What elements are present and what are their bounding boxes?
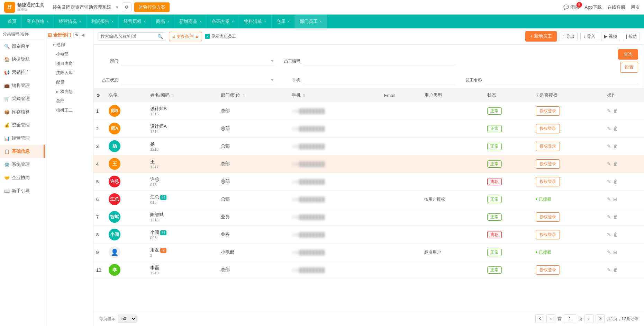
delete-button[interactable]: ⊟ <box>613 249 617 255</box>
col-dept[interactable]: 部门/职位 ⇅ <box>218 89 289 102</box>
page-number-input[interactable] <box>564 314 576 323</box>
auth-login-button[interactable]: 授权登录 <box>536 177 560 186</box>
user-menu[interactable]: 用友 <box>631 4 640 10</box>
status-select[interactable]: ▼ <box>121 76 274 84</box>
sidebar-item-system[interactable]: ⚙️系统管理 <box>0 158 45 171</box>
tab-department[interactable]: 部门员工 × <box>295 15 327 28</box>
close-operations-icon[interactable]: × <box>79 19 81 24</box>
more-conditions-button[interactable]: ⊿ 更多条件 ▲ <box>169 32 202 41</box>
auth-login-button[interactable]: 授权登录 <box>536 106 560 116</box>
dept-node-zongbu[interactable]: 总部 <box>49 96 93 106</box>
edit-button[interactable]: ✎ <box>607 179 611 184</box>
tab-goods[interactable]: 商品 × <box>151 15 174 28</box>
close-warehouse-icon[interactable]: × <box>288 19 290 24</box>
phone-input[interactable] <box>303 76 456 84</box>
close-profit-icon[interactable]: × <box>111 19 114 24</box>
sidebar-item-basic[interactable]: 📋基础信息 <box>0 145 45 158</box>
app-download-button[interactable]: App下载 <box>585 4 602 10</box>
import-button[interactable]: ↓ 导入 <box>580 32 598 41</box>
auth-login-button[interactable]: 授权登录 <box>536 159 560 169</box>
sidebar-item-purchase[interactable]: 🛒采购管理 <box>0 92 45 105</box>
sidebar-item-business[interactable]: 📊经营管理 <box>0 132 45 145</box>
edit-button[interactable]: ✎ <box>607 267 611 273</box>
dept-node-xiaodian[interactable]: 小电部 <box>49 50 93 59</box>
auth-login-button[interactable]: 授权登录 <box>536 124 560 133</box>
close-bom-icon[interactable]: × <box>264 19 266 24</box>
video-button[interactable]: ▶ 视频 <box>601 32 620 41</box>
export-button[interactable]: ↑ 导出 <box>560 32 578 41</box>
dept-select[interactable]: ▼ <box>121 57 274 65</box>
col-name[interactable]: 姓名/编码 ⇅ <box>147 89 218 102</box>
help-button[interactable]: | 帮助 <box>623 32 640 41</box>
sidebar-item-finance[interactable]: 💰资金管理 <box>0 118 45 132</box>
delete-button[interactable]: 🗑 <box>613 126 618 131</box>
sidebar-item-quicknav[interactable]: 🏠快捷导航 <box>0 53 45 66</box>
delete-button[interactable]: 🗑 <box>613 267 618 273</box>
sidebar-item-inventory[interactable]: 📦库存核算 <box>0 105 45 118</box>
dept-node-peihuo[interactable]: 配货 <box>49 78 93 87</box>
reset-button[interactable]: 设置 <box>620 62 638 73</box>
close-new-goods-icon[interactable]: × <box>199 19 201 24</box>
first-page-button[interactable]: K <box>535 314 544 323</box>
close-goods-icon[interactable]: × <box>167 19 169 24</box>
close-barcode-icon[interactable]: × <box>232 19 234 24</box>
auth-login-button[interactable]: 授权登录 <box>536 212 560 222</box>
dept-node-zongbu-parent[interactable]: ▼ 总部 <box>45 40 93 50</box>
delete-button[interactable]: ⊟ <box>613 196 617 202</box>
next-page-button[interactable]: › <box>584 314 593 323</box>
message-button[interactable]: 💬 消息 5 <box>563 4 579 10</box>
col-phone[interactable]: 手机 ⇅ <box>289 89 381 102</box>
sidebar-item-collab[interactable]: 🤝企业协同 <box>0 171 45 184</box>
trial-button[interactable]: 体验行业方案 <box>134 2 170 12</box>
sidebar-item-marketing[interactable]: 📢营销推广 <box>0 66 45 79</box>
tab-customer[interactable]: 客户联络 × <box>22 15 54 28</box>
settings-button[interactable]: ⚙ <box>122 2 131 12</box>
edit-button[interactable]: ✎ <box>607 143 611 149</box>
search-input[interactable] <box>101 34 156 39</box>
tab-warehouse[interactable]: 仓库 × <box>272 15 295 28</box>
dept-node-shenyang[interactable]: 沈阳大库 <box>49 68 93 78</box>
dept-edit-icon[interactable]: ✎ <box>73 32 80 38</box>
dept-collapse-icon[interactable]: ◀ <box>81 33 84 37</box>
query-button[interactable]: 查询 <box>618 49 638 60</box>
last-page-button[interactable]: G <box>596 314 605 323</box>
edit-button[interactable]: ✎ <box>607 108 611 114</box>
sidebar-search-input[interactable] <box>3 32 45 36</box>
tab-bom[interactable]: 物料清单 × <box>239 15 271 28</box>
edit-button[interactable]: ✎ <box>607 161 611 167</box>
delete-button[interactable]: 🗑 <box>613 214 618 220</box>
close-department-icon[interactable]: × <box>320 19 322 24</box>
edit-button[interactable]: ✎ <box>607 249 611 255</box>
online-service-button[interactable]: 在线客服 <box>607 4 625 10</box>
auth-login-button[interactable]: 授权登录 <box>536 142 560 151</box>
delete-button[interactable]: 🗑 <box>613 143 618 149</box>
tab-new-goods[interactable]: 新增商品 × <box>174 15 207 28</box>
dept-node-project[interactable]: 项目库房 <box>49 59 93 68</box>
edit-button[interactable]: ✎ <box>607 196 611 202</box>
delete-button[interactable]: 🗑 <box>613 161 618 167</box>
show-resigned-toggle[interactable]: ✓ 显示离职员工 <box>205 34 236 39</box>
sys-dropdown-icon[interactable]: ▼ <box>115 5 119 9</box>
sidebar-item-search[interactable]: 🔍搜索菜单 <box>0 39 45 53</box>
close-customer-icon[interactable]: × <box>47 19 49 24</box>
edit-button[interactable]: ✎ <box>607 232 611 237</box>
sidebar-item-sales[interactable]: 💼销售管理 <box>0 79 45 92</box>
edit-button[interactable]: ✎ <box>607 214 611 220</box>
prev-page-button[interactable]: ‹ <box>546 314 555 323</box>
search-icon[interactable]: 🔍 <box>157 34 163 39</box>
dept-all-header[interactable]: ⊞ 全部部门 ✎ ◀ <box>45 30 93 40</box>
emp-code-input[interactable] <box>303 57 456 65</box>
show-resigned-checkbox[interactable]: ✓ <box>205 34 210 39</box>
tab-history[interactable]: 经营历程 × <box>119 15 151 28</box>
dept-node-shuanghu[interactable]: ▶ 双虎想 <box>49 87 93 96</box>
auth-login-button[interactable]: 授权登录 <box>536 265 560 275</box>
dept-node-zhishu[interactable]: 植树王二 <box>49 106 93 115</box>
emp-name-input[interactable] <box>485 76 638 84</box>
delete-button[interactable]: 🗑 <box>613 108 618 114</box>
per-page-select[interactable]: 50 20 100 <box>118 315 137 323</box>
col-settings[interactable]: ⚙ <box>93 89 106 102</box>
sidebar-item-guide[interactable]: 📖新手引导 <box>0 184 45 197</box>
auth-login-button[interactable]: 授权登录 <box>536 230 560 239</box>
delete-button[interactable]: 🗑 <box>613 232 618 237</box>
tab-barcode[interactable]: 条码方案 × <box>207 15 239 28</box>
